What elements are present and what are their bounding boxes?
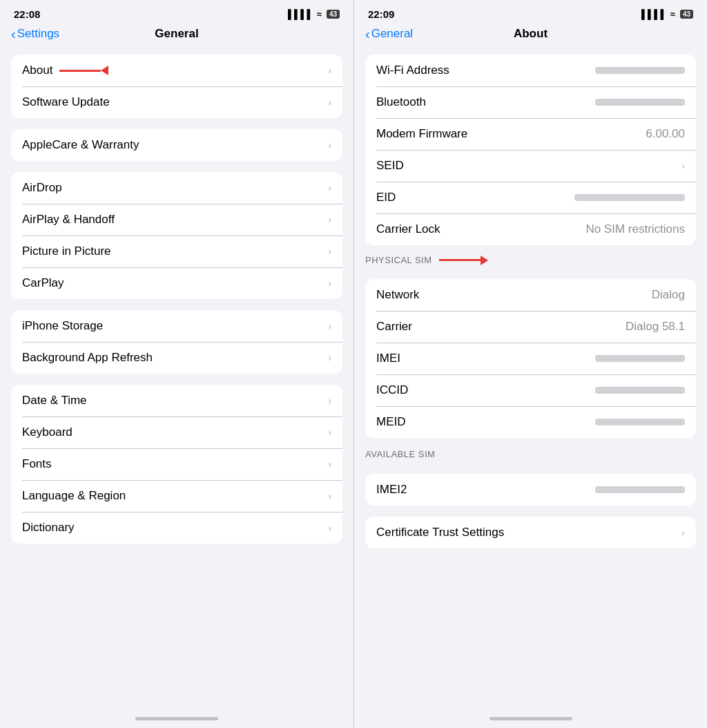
fonts-chevron: › (328, 459, 331, 470)
available-sim-header: AVAILABLE SIM (365, 449, 435, 459)
imei2-value (595, 486, 685, 493)
date-time-row[interactable]: Date & Time › (11, 385, 342, 416)
keyboard-label: Keyboard (22, 425, 72, 439)
iccid-right (595, 387, 685, 394)
fonts-label: Fonts (22, 457, 52, 471)
modem-firmware-label: Modem Firmware (376, 127, 467, 141)
left-time: 22:08 (14, 8, 40, 20)
iphone-storage-row[interactable]: iPhone Storage › (11, 310, 342, 342)
imei-row[interactable]: IMEI (365, 343, 696, 374)
carplay-row[interactable]: CarPlay › (11, 267, 342, 299)
eid-right (574, 194, 685, 201)
keyboard-chevron: › (328, 427, 331, 438)
signal-icon: ▌▌▌▌ (288, 9, 313, 19)
about-row[interactable]: About › (11, 55, 342, 86)
airdrop-right: › (328, 182, 331, 193)
about-chevron: › (328, 65, 331, 76)
left-nav-bar: ‹ Settings General (0, 23, 354, 48)
physical-sim-header-container: PHYSICAL SIM (354, 245, 707, 268)
about-label: About (22, 64, 52, 77)
iphone-storage-label: iPhone Storage (22, 319, 103, 333)
bluetooth-right (595, 99, 685, 106)
right-panel: 22:09 ▌▌▌▌ ≈ 43 ‹ General About Wi-Fi Ad… (354, 0, 707, 728)
language-region-right: › (328, 490, 331, 501)
physical-sim-header: PHYSICAL SIM (365, 255, 432, 265)
dictionary-right: › (328, 522, 331, 533)
about-red-arrow (59, 66, 108, 75)
keyboard-row[interactable]: Keyboard › (11, 416, 342, 448)
iccid-row[interactable]: ICCID (365, 374, 696, 406)
left-scroll-content: About › Software Update › (0, 48, 354, 709)
background-app-refresh-chevron: › (328, 352, 331, 363)
general-back-button[interactable]: ‹ General (365, 27, 413, 41)
available-sim-header-container: AVAILABLE SIM (354, 438, 707, 463)
certificate-trust-chevron: › (681, 527, 685, 538)
imei2-row[interactable]: IMEI2 (365, 474, 696, 506)
right-battery-icon: 43 (680, 10, 693, 19)
carrier-lock-label: Carrier Lock (376, 222, 440, 236)
right-nav-bar: ‹ General About (354, 23, 707, 48)
meid-label: MEID (376, 415, 406, 429)
imei2-right (595, 486, 685, 493)
language-region-row[interactable]: Language & Region › (11, 480, 342, 512)
group-network-info: Wi-Fi Address Bluetooth Modem Firmware 6… (365, 55, 696, 245)
group-locale: Date & Time › Keyboard › Fonts › Languag… (11, 385, 342, 544)
network-row[interactable]: Network Dialog (365, 279, 696, 311)
right-status-bar: 22:09 ▌▌▌▌ ≈ 43 (354, 0, 707, 23)
applecare-right: › (328, 140, 331, 151)
carrier-row[interactable]: Carrier Dialog 58.1 (365, 311, 696, 343)
group-connectivity: AirDrop › AirPlay & Handoff › Picture in… (11, 172, 342, 299)
dictionary-chevron: › (328, 522, 331, 533)
right-scroll-content: Wi-Fi Address Bluetooth Modem Firmware 6… (354, 48, 707, 709)
imei-label: IMEI (376, 352, 400, 365)
bluetooth-label: Bluetooth (376, 95, 426, 109)
about-row-right: › (328, 65, 331, 76)
carplay-right: › (328, 278, 331, 289)
meid-row[interactable]: MEID (365, 406, 696, 438)
software-update-right: › (328, 97, 331, 108)
carrier-lock-value: No SIM restrictions (585, 222, 685, 236)
certificate-trust-row[interactable]: Certificate Trust Settings › (365, 517, 696, 548)
right-back-label: General (371, 27, 413, 41)
modem-firmware-row[interactable]: Modem Firmware 6.00.00 (365, 118, 696, 150)
group-storage: iPhone Storage › Background App Refresh … (11, 310, 342, 374)
fonts-row[interactable]: Fonts › (11, 448, 342, 480)
iccid-label: ICCID (376, 383, 408, 397)
bluetooth-row[interactable]: Bluetooth (365, 86, 696, 118)
wifi-address-value (595, 67, 685, 74)
right-wifi-icon: ≈ (670, 9, 675, 19)
group-certificate: Certificate Trust Settings › (365, 517, 696, 548)
picture-in-picture-row[interactable]: Picture in Picture › (11, 236, 342, 267)
eid-row[interactable]: EID (365, 182, 696, 213)
right-status-icons: ▌▌▌▌ ≈ 43 (641, 9, 693, 19)
wifi-address-row[interactable]: Wi-Fi Address (365, 55, 696, 86)
iphone-storage-right: › (328, 320, 331, 332)
left-home-indicator (0, 709, 354, 728)
carrier-lock-row[interactable]: Carrier Lock No SIM restrictions (365, 213, 696, 245)
wifi-address-label: Wi-Fi Address (376, 64, 449, 77)
back-chevron-icon: ‹ (11, 27, 16, 41)
group-applecare: AppleCare & Warranty › (11, 129, 342, 161)
left-home-bar (135, 717, 218, 720)
dictionary-label: Dictionary (22, 521, 75, 535)
group-physical-sim: Network Dialog Carrier Dialog 58.1 IMEI … (365, 279, 696, 438)
certificate-trust-label: Certificate Trust Settings (376, 526, 504, 539)
background-app-refresh-label: Background App Refresh (22, 351, 153, 365)
applecare-row[interactable]: AppleCare & Warranty › (11, 129, 342, 161)
seid-right: › (681, 160, 685, 171)
battery-icon: 43 (327, 10, 340, 19)
software-update-row[interactable]: Software Update › (11, 86, 342, 118)
software-update-label: Software Update (22, 95, 110, 109)
airdrop-row[interactable]: AirDrop › (11, 172, 342, 204)
background-app-refresh-row[interactable]: Background App Refresh › (11, 342, 342, 374)
network-right: Dialog (652, 288, 685, 302)
carplay-label: CarPlay (22, 276, 64, 290)
dictionary-row[interactable]: Dictionary › (11, 512, 342, 544)
airplay-handoff-row[interactable]: AirPlay & Handoff › (11, 204, 342, 236)
carrier-right: Dialog 58.1 (626, 320, 685, 334)
meid-value (595, 419, 685, 425)
settings-back-button[interactable]: ‹ Settings (11, 27, 59, 41)
airdrop-chevron: › (328, 182, 331, 193)
seid-row[interactable]: SEID › (365, 150, 696, 182)
seid-chevron: › (681, 160, 685, 171)
